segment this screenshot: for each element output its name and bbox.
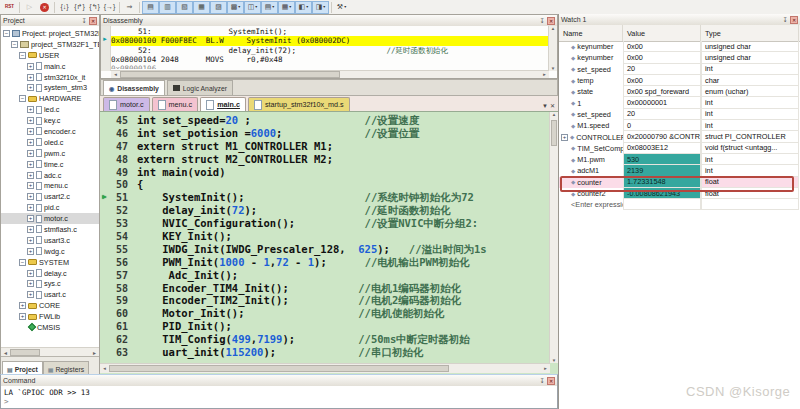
step-into-button[interactable]: {↓}	[57, 1, 72, 13]
toolbox-button[interactable]: ⚒▾	[334, 1, 349, 13]
tree-item-adc-c[interactable]: +adc.c	[1, 170, 99, 181]
scroll-right-icon[interactable]: ►	[540, 72, 549, 77]
expander-icon[interactable]: +	[27, 248, 34, 255]
watch-value-cell[interactable]	[623, 199, 701, 210]
pin-icon[interactable]: ↧	[538, 377, 546, 385]
watch-name-cell[interactable]: ◆set_speed	[559, 64, 623, 75]
tree-item-stm32f10x-it[interactable]: +stm32f10x_it	[1, 72, 99, 83]
show-next-statement-button[interactable]: ⇒	[122, 1, 137, 13]
tree-item-usart-c[interactable]: +usart.c	[1, 289, 99, 300]
tree-item-system[interactable]: −SYSTEM	[1, 257, 99, 268]
watch-type-cell[interactable]: void f(struct <untagg...	[701, 143, 799, 154]
code-editor[interactable]: ► 45int set_speed=20 ; //设置速度46int set_p…	[100, 112, 558, 374]
watch-value-cell[interactable]: 0	[623, 120, 701, 131]
tree-item-pid-c[interactable]: +pid.c	[1, 202, 99, 213]
watch-row-set-speed[interactable]: ◆set_speed20int	[559, 64, 800, 75]
watch-type-cell[interactable]: struct PI_CONTROLLER	[701, 131, 799, 142]
editor-vscrollbar[interactable]: ▲▼	[549, 112, 558, 363]
watch-type-cell[interactable]: int	[701, 64, 799, 75]
tree-item-stmflash-c[interactable]: +stmflash.c	[1, 224, 99, 235]
watch-value-cell[interactable]: 0x00000001	[623, 97, 701, 108]
tree-item-motor-c[interactable]: +motor.c	[1, 213, 99, 224]
expander-icon[interactable]: +	[561, 134, 568, 141]
watch-name-cell[interactable]: ◆set_speed	[559, 109, 623, 120]
close-icon[interactable]: ✕	[790, 16, 798, 24]
close-icon[interactable]: ✕	[89, 17, 97, 25]
watch-type-cell[interactable]: float	[701, 177, 799, 188]
watch-row-m1-pwm[interactable]: ◆M1.pwm530int	[559, 154, 800, 165]
watch-value-cell[interactable]: -0.00808621943	[623, 188, 701, 199]
disassembly-line[interactable]: 51: SystemInit();	[111, 27, 549, 36]
expander-icon[interactable]: +	[27, 193, 34, 200]
watch-name-cell[interactable]: ◆keynumber	[559, 52, 623, 63]
watch-type-cell[interactable]: enum (uchar)	[701, 86, 799, 97]
watch-name-cell[interactable]: ◆counter	[559, 177, 623, 188]
tree-item-fwlib[interactable]: +FWLib	[1, 311, 99, 322]
tree-item-delay-c[interactable]: +delay.c	[1, 268, 99, 279]
watch-value-cell[interactable]: 0x08003E12	[623, 143, 701, 154]
code-line-58[interactable]: 58 Encoder_TIM4_Init(); //电机1编码器初始化	[100, 282, 550, 295]
watch-row-m1-speed[interactable]: ◆M1.speed0int	[559, 120, 800, 131]
stop-button[interactable]: ✕	[37, 1, 52, 13]
scrollbar-thumb[interactable]	[551, 120, 557, 146]
code-line-53[interactable]: 53 NVIC_Configuration(); //设置NVIC中断分组2:	[100, 217, 550, 230]
disassembly-vscrollbar[interactable]: ▲▼	[548, 26, 557, 71]
watch-name-cell[interactable]: ◆adcM1	[559, 165, 623, 176]
run-button[interactable]: ▷	[22, 1, 37, 13]
code-line-46[interactable]: 46int set_potision =6000; //设置位置	[100, 127, 550, 140]
watch-value-cell[interactable]: 2139	[623, 165, 701, 176]
watch-row-tim-setcomp[interactable]: ◆TIM_SetComp...0x08003E12void f(struct <…	[559, 143, 800, 154]
symbol-window-button[interactable]: ▧	[176, 1, 193, 14]
disassembly-line[interactable]: 0x08000100 F000F8EC BL.W SystemInit (0x0…	[111, 36, 549, 45]
tree-item-oled-c[interactable]: +oled.c	[1, 137, 99, 148]
tree-item-hardware[interactable]: −HARDWARE	[1, 93, 99, 104]
watch-value-cell[interactable]: 1.72331548	[623, 177, 701, 188]
watch-row-enter-expression[interactable]: <Enter expression>	[559, 199, 800, 210]
expander-icon[interactable]: +	[27, 161, 34, 168]
expander-icon[interactable]: +	[27, 63, 34, 70]
disassembly-line[interactable]: 52: delay_init(72); //延时函数初始化	[111, 46, 549, 55]
code-line-48[interactable]: 48extern struct M2_CONTROLLER M2;	[100, 153, 550, 166]
close-icon[interactable]: ✕	[547, 377, 555, 385]
watch-name-cell[interactable]: ◆temp	[559, 75, 623, 86]
code-line-54[interactable]: 54 KEY_Init();	[100, 230, 550, 243]
expander-icon[interactable]: +	[27, 84, 34, 91]
reset-cpu-button[interactable]: RST	[2, 1, 17, 13]
watch-value-cell[interactable]: 0x00	[623, 41, 701, 52]
tree-item-user[interactable]: −USER	[1, 50, 99, 61]
watch-type-cell[interactable]: unsigned char	[701, 52, 799, 63]
tree-item-pwm-c[interactable]: +pwm.c	[1, 148, 99, 159]
tree-item-project-project-stm32f[interactable]: −Project: project_STM32F	[1, 28, 99, 39]
code-line-57[interactable]: 57 Adc_Init();	[100, 269, 550, 282]
watch-row-keynumber[interactable]: ◆keynumber0x00unsigned char	[559, 41, 800, 52]
watch-type-cell[interactable]: int	[701, 109, 799, 120]
watch-row-counter[interactable]: ◆counter1.72331548float	[559, 177, 800, 188]
tree-item-usart2-c[interactable]: +usart2.c	[1, 191, 99, 202]
expander-icon[interactable]: +	[27, 270, 34, 277]
step-over-button[interactable]: {↱}	[72, 1, 87, 13]
close-icon[interactable]: ✕	[550, 102, 555, 109]
tree-item-time-c[interactable]: +time.c	[1, 159, 99, 170]
code-line-47[interactable]: 47extern struct M1_CONTROLLER M1;	[100, 140, 550, 153]
code-line-45[interactable]: 45int set_speed=20 ; //设置速度	[100, 114, 550, 127]
watch-window-button[interactable]: ▩▾	[227, 1, 244, 14]
code-line-56[interactable]: 56 PWM_Init(1000 - 1,72 - 1); //电机输出PWM初…	[100, 256, 550, 269]
close-icon[interactable]: ✕	[547, 17, 555, 25]
call-stack-window-button[interactable]: ▨	[210, 1, 227, 14]
watch-name-cell[interactable]: ◆state	[559, 86, 623, 97]
watch-type-cell[interactable]: int	[701, 154, 799, 165]
code-line-50[interactable]: 50{	[100, 178, 550, 191]
watch-column-type[interactable]: Type	[701, 25, 799, 41]
watch-type-cell[interactable]: int	[701, 165, 799, 176]
watch-row-set-speed[interactable]: ◆set_speed20int	[559, 109, 800, 120]
watch-name-cell[interactable]: ◆TIM_SetComp...	[559, 143, 623, 154]
tree-item-encoder-c[interactable]: +encoder.c	[1, 126, 99, 137]
watch-row-keynumber[interactable]: ◆keynumber0x00unsigned char	[559, 52, 800, 63]
tree-item-cmsis[interactable]: CMSIS	[1, 322, 99, 333]
pin-icon[interactable]: ↧	[781, 16, 789, 24]
tree-item-sys-c[interactable]: +sys.c	[1, 278, 99, 289]
watch-type-cell[interactable]: char	[701, 75, 799, 86]
expander-icon[interactable]: +	[27, 204, 34, 211]
expander-icon[interactable]: +	[27, 291, 34, 298]
watch-type-cell[interactable]: int	[701, 120, 799, 131]
